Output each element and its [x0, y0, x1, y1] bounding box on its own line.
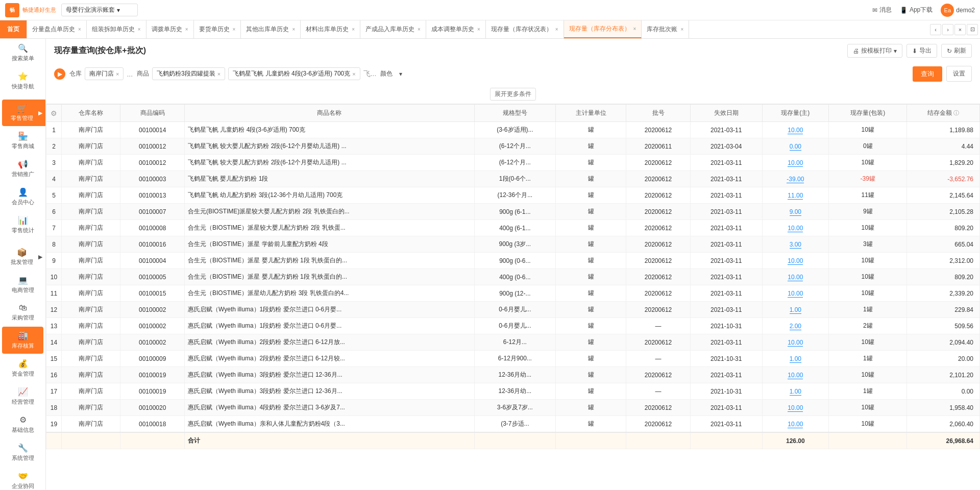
cell-qty-main[interactable]: 1.00 — [762, 383, 829, 400]
sidebar-item-retail-store[interactable]: 🏪 零售商城 — [2, 127, 43, 154]
close-split-inventory[interactable]: × — [78, 27, 81, 32]
sidebar-item-search[interactable]: 🔍 搜索菜单 — [2, 39, 43, 66]
sidebar-item-wholesale[interactable]: 📦 批发管理 ▶ — [2, 243, 46, 270]
tab-cost-adjust[interactable]: 成本调整单历史 × — [426, 20, 486, 38]
sidebar-item-basics[interactable]: ⚙ 基础信息 — [2, 411, 43, 438]
print-label: 按模板打印 — [861, 46, 892, 55]
cell-qty-main[interactable]: 10.00 — [762, 220, 829, 236]
cell-qty-main[interactable]: 11.00 — [762, 187, 829, 204]
settings-button[interactable]: 设置 — [946, 66, 972, 82]
close-batch-account[interactable]: × — [680, 27, 683, 32]
amount-info-icon[interactable]: ⓘ — [953, 110, 959, 116]
cell-qty-main[interactable]: 10.00 — [762, 367, 829, 383]
color-filter-arrow[interactable]: ▾ — [396, 69, 406, 79]
cell-amount: 2,094.40 — [907, 334, 980, 351]
cell-qty-main[interactable]: 10.00 — [762, 122, 829, 138]
cell-qty-main[interactable]: 3.00 — [762, 236, 829, 253]
sidebar-item-quick-nav[interactable]: ⭐ 快捷导航 — [2, 67, 43, 94]
cell-qty-main[interactable]: 1.00 — [762, 302, 829, 318]
cell-qty-main[interactable]: 1.00 — [762, 351, 829, 367]
cell-qty-main[interactable]: -39.00 — [762, 171, 829, 187]
message-button[interactable]: ✉ 消息 — [872, 6, 892, 14]
product-tag-1-remove[interactable]: × — [217, 71, 220, 77]
close-other-out[interactable]: × — [292, 27, 295, 32]
cell-expire: 2021-03-11 — [690, 302, 762, 318]
export-button[interactable]: ⬇ 导出 — [906, 44, 937, 58]
cell-qty-main[interactable]: 10.00 — [762, 334, 829, 351]
sidebar-item-enterprise[interactable]: 🤝 企业协同 — [2, 467, 43, 490]
sidebar-item-ecommerce[interactable]: 💻 电商管理 — [2, 271, 43, 298]
purchase-icon: 🛍 — [19, 303, 27, 312]
warehouse-tag-value: 南岸门店 — [89, 69, 114, 78]
tab-material-out[interactable]: 材料出库单历史 × — [301, 20, 360, 38]
table-footer-row: 合计 126.00 26,968.64 — [46, 432, 980, 449]
tab-nav-more[interactable]: ⊡ — [967, 24, 978, 35]
print-button[interactable]: 🖨 按模板打印 ▾ — [847, 44, 902, 58]
warehouse-tag[interactable]: 南岸门店 × — [85, 67, 124, 80]
product-tag-2[interactable]: 飞鹤星飞帆 儿童奶粉 4段(3-6岁适用) 700克 × — [228, 67, 360, 80]
app-download-button[interactable]: 📱 App下载 — [900, 6, 933, 14]
tab-stock-dist[interactable]: 现存量（库存分布表） × — [564, 20, 642, 38]
tab-product-in[interactable]: 产成品入库单历史 × — [360, 20, 426, 38]
sidebar-item-inventory[interactable]: 🏭 库存核算 — [2, 327, 43, 354]
close-product-in[interactable]: × — [418, 27, 421, 32]
tab-requisition[interactable]: 要货单历史 × — [194, 20, 241, 38]
close-disassemble[interactable]: × — [138, 27, 141, 32]
tab-stock-status[interactable]: 现存量（库存状况表） × — [486, 20, 564, 38]
column-settings-icon[interactable]: ⚙ — [51, 109, 57, 117]
basics-icon: ⚙ — [19, 415, 27, 425]
close-requisition[interactable]: × — [233, 27, 236, 32]
tab-home[interactable]: 首页 — [0, 20, 27, 38]
cell-amount: 229.84 — [907, 302, 980, 318]
tab-batch-account[interactable]: 库存批次账 × — [642, 20, 689, 38]
cell-amount: 665.04 — [907, 236, 980, 253]
cell-qty-main[interactable]: 10.00 — [762, 155, 829, 171]
warehouse-more[interactable]: ... — [127, 70, 133, 78]
close-adjust[interactable]: × — [185, 27, 188, 32]
cell-qty-main[interactable]: 0.00 — [762, 138, 829, 155]
sidebar-item-sys-mgmt[interactable]: 🔧 系统管理 — [2, 439, 43, 466]
table-body: 1 南岸门店 00100014 飞鹤星飞帆 儿童奶粉 4段(3-6岁适用) 70… — [46, 122, 980, 449]
close-stock-dist[interactable]: × — [633, 26, 636, 32]
filter-expand-arrow[interactable]: ▶ — [54, 68, 65, 80]
tab-adjust[interactable]: 调拨单历史 × — [146, 20, 194, 38]
col-qty-main: 现存量(主) — [762, 105, 829, 122]
close-cost-adjust[interactable]: × — [477, 27, 480, 32]
product-more[interactable]: 飞... — [363, 69, 377, 79]
query-button[interactable]: 查询 — [913, 66, 942, 82]
cell-qty-main[interactable]: 9.00 — [762, 204, 829, 220]
warehouse-remove[interactable]: × — [116, 71, 119, 77]
col-settings[interactable]: ⚙ — [46, 105, 62, 122]
sidebar-item-operations[interactable]: 📈 经营管理 — [2, 383, 43, 410]
cell-qty-main[interactable]: 2.00 — [762, 318, 829, 334]
sys-mgmt-icon: 🔧 — [18, 443, 28, 453]
close-material-out[interactable]: × — [352, 27, 355, 32]
sidebar-item-marketing[interactable]: 📢 营销推广 — [2, 155, 43, 182]
cell-qty-main[interactable]: 10.00 — [762, 285, 829, 302]
product-tag-1[interactable]: 飞鹤奶粉3段四罐提装 × — [152, 67, 225, 80]
sidebar-item-retail-mgmt[interactable]: 🛒 零售管理 ▶ — [2, 100, 46, 126]
tab-disassemble[interactable]: 组装拆卸单历史 × — [87, 20, 146, 38]
cell-no: 5 — [46, 187, 62, 204]
sidebar-item-retail-stats[interactable]: 📊 零售统计 — [2, 211, 43, 238]
sidebar-item-purchase[interactable]: 🛍 采购管理 — [2, 299, 43, 326]
cell-qty-main[interactable]: 10.00 — [762, 416, 829, 433]
sidebar-item-finance[interactable]: 💰 资金管理 — [2, 355, 43, 382]
sidebar-item-members[interactable]: 👤 会员中心 — [2, 183, 43, 210]
close-stock-status[interactable]: × — [555, 27, 558, 32]
tab-nav-left[interactable]: ‹ — [930, 24, 941, 35]
workspace-selector[interactable]: 母婴行业演示账套 ▾ — [61, 4, 138, 16]
refresh-button[interactable]: ↻ 刷新 — [941, 44, 972, 58]
user-profile[interactable]: Ea demo2 — [941, 4, 975, 17]
cell-qty-main[interactable]: 10.00 — [762, 400, 829, 416]
expand-more-button[interactable]: 展开更多条件 — [490, 88, 536, 101]
tab-nav-right[interactable]: › — [942, 24, 953, 35]
cell-qty-main[interactable]: 10.00 — [762, 269, 829, 285]
table-container[interactable]: ⚙ 仓库名称 商品编码 商品名称 规格型号 主计量单位 批号 失效日期 现存量(… — [46, 104, 980, 490]
tab-nav-close[interactable]: × — [954, 24, 966, 35]
product-tag-2-remove[interactable]: × — [352, 71, 355, 77]
cell-code: 00100002 — [120, 318, 185, 334]
tab-other-out[interactable]: 其他出库单历史 × — [241, 20, 301, 38]
cell-qty-main[interactable]: 10.00 — [762, 253, 829, 269]
tab-split-inventory[interactable]: 分量盘点单历史 × — [27, 20, 87, 38]
